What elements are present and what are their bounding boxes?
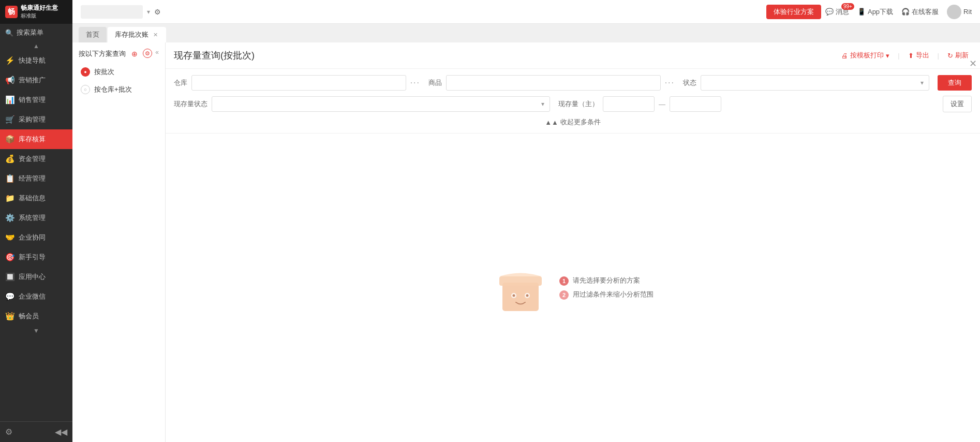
sidebar-item-label: 销售管理 <box>19 95 46 105</box>
inventory-qty-from-input[interactable] <box>603 96 655 112</box>
filter-area: 仓库 ··· 商品 ··· 状态 ▾ <box>166 69 980 134</box>
empty-tip-2: 2 用过滤条件来缩小分析范围 <box>559 290 654 300</box>
sidebar-item-apps[interactable]: 🔲 应用中心 <box>0 267 72 287</box>
app-download-btn[interactable]: 📱 App下载 <box>857 7 893 17</box>
filter-row-2: 现存量状态 ▾ 现存量（主） — <box>174 96 972 112</box>
status-label: 状态 <box>683 78 696 87</box>
scheme-default-icon: ○ <box>81 85 90 94</box>
sidebar-item-member[interactable]: 👑 畅会员 <box>0 306 72 326</box>
sidebar-footer: ⚙ ◀◀ <box>0 421 72 442</box>
print-label: 按模板打印 <box>850 51 884 60</box>
sidebar-item-purchase[interactable]: 🛒 采购管理 <box>0 110 72 129</box>
headset-icon: 🎧 <box>901 8 910 16</box>
sidebar-item-label: 经营管理 <box>19 174 46 183</box>
inventory-qty-filter-group: 现存量（主） — <box>558 96 934 112</box>
sidebar-item-wechat[interactable]: 💬 企业微信 <box>0 287 72 306</box>
sidebar-item-label: 企业微信 <box>19 292 46 301</box>
breadcrumb-chevron-icon[interactable]: ▾ <box>147 8 150 16</box>
scheme-item-warehouse-batch[interactable]: ○ 按仓库+批次 <box>72 81 165 98</box>
sidebar-item-quick-nav[interactable]: ⚡ 快捷导航 <box>0 51 72 70</box>
sidebar-item-inventory[interactable]: 📦 库存核算 <box>0 129 72 149</box>
warehouse-input[interactable] <box>191 75 406 91</box>
left-panel-title: 按以下方案查询 <box>79 49 126 58</box>
collapse-sidebar-icon[interactable]: ◀◀ <box>55 427 67 437</box>
app-subtitle: 标准版 <box>21 12 58 20</box>
inventory-status-filter-group: 现存量状态 ▾ <box>174 96 550 112</box>
scheme-item-batch[interactable]: ● 按批次 <box>72 63 165 81</box>
search-icon: 🔍 <box>5 29 13 37</box>
sidebar-item-marketing[interactable]: 📢 营销推广 <box>0 70 72 90</box>
query-btn[interactable]: 查询 <box>938 75 972 91</box>
inventory-status-select[interactable]: ▾ <box>212 96 550 112</box>
breadcrumb-gear-icon[interactable]: ⚙ <box>154 8 161 16</box>
left-panel-icons: ⊕ ⚙ « <box>129 49 159 59</box>
sidebar-item-sales[interactable]: 📊 销售管理 <box>0 90 72 110</box>
refresh-btn[interactable]: ↻ 刷新 <box>944 49 972 62</box>
online-service-btn[interactable]: 🎧 在线客服 <box>901 7 939 17</box>
tip-2-text: 用过滤条件来缩小分析范围 <box>573 290 654 299</box>
empty-illustration <box>492 262 544 314</box>
system-icon: ⚙️ <box>5 213 14 223</box>
scroll-down-btn[interactable]: ▼ <box>0 326 72 335</box>
sidebar-item-finance[interactable]: 💰 资金管理 <box>0 149 72 169</box>
close-panel-btn[interactable]: ✕ <box>969 58 977 69</box>
sidebar-item-basic[interactable]: 📁 基础信息 <box>0 188 72 208</box>
user-avatar <box>947 5 961 19</box>
user-menu-btn[interactable]: Rit <box>947 5 972 19</box>
settings-icon[interactable]: ⚙ <box>5 427 12 437</box>
add-scheme-icon[interactable]: ⊕ <box>129 49 140 59</box>
svg-rect-0 <box>502 283 539 311</box>
warehouse-filter-group: 仓库 ··· <box>174 75 420 91</box>
breadcrumb-input[interactable] <box>81 5 143 19</box>
messages-btn[interactable]: 💬 消息 99+ <box>825 7 849 17</box>
warehouse-more-icon[interactable]: ··· <box>410 78 420 87</box>
export-label: 导出 <box>916 51 929 60</box>
collab-icon: 🤝 <box>5 233 14 242</box>
tab-home[interactable]: 首页 <box>79 27 107 42</box>
status-select[interactable]: ▾ <box>701 75 929 91</box>
separator-1: | <box>898 52 899 60</box>
sidebar-item-label: 畅会员 <box>19 312 39 321</box>
settings-scheme-icon[interactable]: ⚙ <box>143 49 152 58</box>
separator-2: | <box>938 52 939 60</box>
tab-close-icon[interactable]: ✕ <box>152 31 159 38</box>
scroll-up-btn[interactable]: ▲ <box>0 41 72 51</box>
user-name: Rit <box>963 8 972 16</box>
product-input[interactable] <box>446 75 661 91</box>
sidebar-item-label: 基础信息 <box>19 194 46 203</box>
sales-icon: 📊 <box>5 95 14 105</box>
breadcrumb-area: ▾ ⚙ <box>81 5 762 19</box>
tip-1-text: 请先选择要分析的方案 <box>573 276 640 285</box>
scheme-warehouse-batch-label: 按仓库+批次 <box>94 85 132 94</box>
sidebar-item-system[interactable]: ⚙️ 系统管理 <box>0 208 72 228</box>
apps-icon: 🔲 <box>5 272 14 282</box>
page-header-actions: 🖨 按模板打印 ▾ | ⬆ 导出 | ↻ 刷新 <box>838 49 972 62</box>
inventory-qty-to-input[interactable] <box>670 96 721 112</box>
print-btn[interactable]: 🖨 按模板打印 ▾ <box>838 49 893 62</box>
purchase-icon: 🛒 <box>5 115 14 124</box>
product-more-icon[interactable]: ··· <box>665 78 675 87</box>
tip-1-num: 1 <box>559 276 569 286</box>
sidebar-item-ops[interactable]: 📋 经营管理 <box>0 169 72 188</box>
print-chevron-icon[interactable]: ▾ <box>886 52 889 60</box>
collapse-panel-icon[interactable]: « <box>155 49 159 59</box>
sidebar-item-guide[interactable]: 🎯 新手引导 <box>0 247 72 267</box>
export-btn[interactable]: ⬆ 导出 <box>905 49 932 62</box>
tab-batch[interactable]: 库存批次账 ✕ <box>108 27 166 42</box>
sidebar-search[interactable]: 🔍 搜索菜单 <box>0 24 72 41</box>
qty-range-dash: — <box>659 100 665 108</box>
inventory-status-chevron-icon: ▾ <box>541 100 544 108</box>
guide-icon: 🎯 <box>5 253 14 262</box>
settings-btn[interactable]: 设置 <box>943 96 972 112</box>
sidebar-item-label: 营销推广 <box>19 76 46 85</box>
sidebar-search-label: 搜索菜单 <box>17 28 43 37</box>
status-select-chevron-icon: ▾ <box>920 79 924 86</box>
sidebar: 畅 畅康通好生意 标准版 🔍 搜索菜单 ▲ ⚡ 快捷导航 📢 营销推广 📊 销售… <box>0 0 72 442</box>
sidebar-item-collab[interactable]: 🤝 企业协同 <box>0 228 72 247</box>
collapse-filters-btn[interactable]: ▲▲ 收起更多条件 <box>174 117 972 127</box>
sidebar-item-label: 快捷导航 <box>19 56 46 65</box>
sidebar-item-label: 采购管理 <box>19 115 46 124</box>
experience-btn[interactable]: 体验行业方案 <box>766 5 821 19</box>
empty-tip-1: 1 请先选择要分析的方案 <box>559 276 654 286</box>
svg-rect-1 <box>499 276 542 286</box>
